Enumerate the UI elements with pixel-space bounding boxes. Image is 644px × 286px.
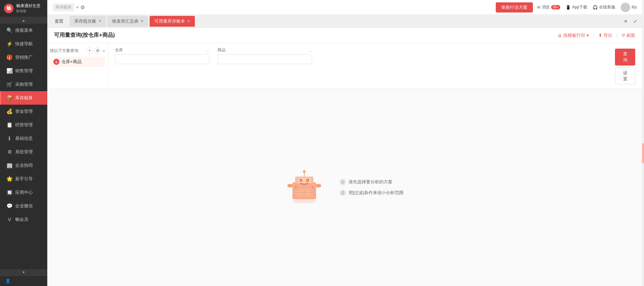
sidebar-label-member: 畅会员 <box>15 216 28 223</box>
sidebar-item-purchase[interactable]: 🛒采购管理 <box>0 78 47 91</box>
logo-sub: 标准版 <box>16 9 41 14</box>
message-icon: ✉ <box>537 5 540 10</box>
tab-summary-label: 收发存汇总表 <box>112 18 138 24</box>
divider1: | <box>593 33 594 38</box>
filter-area: 按以下方案查询 + ⚙ « ⊕ 仓库+商品 仓库 ... <box>47 43 642 89</box>
topbar-right: ✉ 消息 99+ 📱 App下载 🎧 在线客服 Rit <box>537 3 637 12</box>
trial-btn[interactable]: 体验行业方案 <box>496 2 533 12</box>
main-content: 库存核算 ▾ ⚙ 体验行业方案 ✉ 消息 99+ 📱 App下载 🎧 在线客服 … <box>47 0 642 286</box>
tab-batch-close-icon[interactable]: ✕ <box>98 19 101 23</box>
sidebar-item-quick-nav[interactable]: ⚡快捷导航 <box>0 37 47 51</box>
headphone-icon: 🎧 <box>593 5 598 10</box>
filter-warehouse-more-btn[interactable]: ... <box>206 48 209 53</box>
username-label: Rit <box>632 5 637 10</box>
sidebar-item-newuser[interactable]: 🌟新手引导 <box>0 172 47 186</box>
sidebar-item-appcenter[interactable]: 🔲应用中心 <box>0 186 47 199</box>
message-badge: 99+ <box>551 5 560 9</box>
sidebar-item-system[interactable]: ⚙系统管理 <box>0 145 47 159</box>
empty-tips: 1 请先选择要分析的方案 2 用[过滤]条件来缩小分析范围 <box>340 179 404 196</box>
user-profile-btn[interactable]: Rit <box>621 3 637 12</box>
sidebar-label-purchase: 采购管理 <box>15 81 33 87</box>
online-service-btn[interactable]: 🎧 在线客服 <box>593 4 615 10</box>
sidebar-logo: 畅 畅康通好生意 标准版 <box>0 0 47 17</box>
sidebar-scroll-up[interactable]: ▲ <box>0 17 47 24</box>
sidebar-item-basic[interactable]: ℹ基础信息 <box>0 132 47 145</box>
breadcrumb-chevron-icon[interactable]: ▾ <box>76 5 78 10</box>
svg-rect-9 <box>316 184 321 187</box>
right-scrollbar[interactable] <box>642 0 644 286</box>
empty-state: 1 请先选择要分析的方案 2 用[过滤]条件来缩小分析范围 <box>47 89 642 286</box>
filter-product-input[interactable] <box>217 54 312 64</box>
gear-icon[interactable]: ⚙ <box>80 4 85 10</box>
sidebar: 畅 畅康通好生意 标准版 ▲ 🔍搜索菜单⚡快捷导航🎁营销推广📊销售管理🛒采购管理… <box>0 0 47 286</box>
sidebar-bottom[interactable]: 👤 <box>0 276 47 286</box>
filter-settings-icon[interactable]: ⚙ <box>94 47 101 54</box>
sidebar-item-operation[interactable]: 📋经营管理 <box>0 118 47 132</box>
filter-collapse-icon[interactable]: « <box>102 48 105 53</box>
filter-scheme-item-label: 仓库+商品 <box>61 59 82 65</box>
sidebar-icon-wechat: 💬 <box>6 203 12 209</box>
message-btn[interactable]: ✉ 消息 99+ <box>537 4 560 10</box>
svg-point-7 <box>307 180 308 181</box>
svg-point-13 <box>312 186 314 188</box>
print-chevron-icon: ▾ <box>587 33 589 38</box>
filter-add-btn[interactable]: + <box>86 47 93 54</box>
sidebar-icon-enterprise: 🏢 <box>6 162 12 168</box>
sidebar-scroll-down[interactable]: ▼ <box>0 269 47 276</box>
logo-icon: 畅 <box>4 4 14 13</box>
filter-actions: 查询 设置 <box>615 47 635 84</box>
filter-sidebar: 按以下方案查询 + ⚙ « ⊕ 仓库+商品 <box>47 43 108 88</box>
sidebar-item-wechat[interactable]: 💬企业微信 <box>0 199 47 213</box>
query-btn[interactable]: 查询 <box>615 49 635 66</box>
topbar: 库存核算 ▾ ⚙ 体验行业方案 ✉ 消息 99+ 📱 App下载 🎧 在线客服 … <box>47 0 642 15</box>
filter-scheme-warehouse[interactable]: ⊕ 仓库+商品 <box>50 57 105 67</box>
sidebar-item-member[interactable]: V畅会员 <box>0 213 47 226</box>
filter-warehouse-label-row: 仓库 ... <box>115 47 209 53</box>
tab-summary[interactable]: 收发存汇总表 ✕ <box>107 16 148 27</box>
export-btn[interactable]: ⬆ 导出 <box>598 32 612 38</box>
refresh-btn[interactable]: ↺ 刷新 <box>621 32 635 38</box>
filter-scheme-title: 按以下方案查询 <box>50 48 78 54</box>
breadcrumb-text: 库存核算 <box>53 3 74 11</box>
tab-available[interactable]: 可用量库存账本 ✕ <box>150 16 195 27</box>
topbar-breadcrumb-area: 库存核算 ▾ ⚙ <box>53 3 492 11</box>
export-icon: ⬆ <box>598 33 602 38</box>
sidebar-label-quick-nav: 快捷导航 <box>15 41 33 47</box>
sidebar-label-wechat: 企业微信 <box>15 203 33 209</box>
tab-available-close-icon[interactable]: ✕ <box>187 19 190 23</box>
filter-scheme-item-icon: ⊕ <box>53 59 59 65</box>
print-btn[interactable]: 🖨 按模板打印 ▾ <box>558 32 589 38</box>
expand-window-btn[interactable]: ⤢ <box>631 17 639 25</box>
sidebar-items: 🔍搜索菜单⚡快捷导航🎁营销推广📊销售管理🛒采购管理📦库存核算💰资金管理📋经营管理… <box>0 24 47 269</box>
sidebar-item-search[interactable]: 🔍搜索菜单 <box>0 24 47 37</box>
filter-sidebar-header: 按以下方案查询 + ⚙ « <box>50 47 105 54</box>
filter-product-field: 商品 ... <box>217 47 312 64</box>
filter-product-more-btn[interactable]: ... <box>309 48 312 53</box>
sidebar-item-marketing[interactable]: 🎁营销推广 <box>0 51 47 64</box>
sidebar-item-enterprise[interactable]: 🏢企业协同 <box>0 159 47 172</box>
filter-warehouse-input[interactable] <box>115 54 209 64</box>
sidebar-item-finance[interactable]: 💰资金管理 <box>0 105 47 118</box>
sidebar-label-finance: 资金管理 <box>15 108 33 114</box>
app-download-btn[interactable]: 📱 App下载 <box>566 4 587 10</box>
tab-home[interactable]: 首页 <box>50 16 68 27</box>
empty-tip-2-text: 用[过滤]条件来缩小分析范围 <box>349 190 404 196</box>
print-label: 按模板打印 <box>563 32 585 38</box>
sidebar-label-sales: 销售管理 <box>15 68 33 74</box>
tabs-window-controls: ✕ ⤢ <box>622 17 639 25</box>
step-num-2: 2 <box>340 190 346 196</box>
sidebar-item-sales[interactable]: 📊销售管理 <box>0 64 47 78</box>
right-scrollbar-thumb[interactable] <box>642 143 644 163</box>
close-window-btn[interactable]: ✕ <box>622 17 630 25</box>
sidebar-label-search: 搜索菜单 <box>15 27 33 33</box>
svg-point-12 <box>295 186 297 188</box>
filter-sidebar-actions: + ⚙ « <box>86 47 105 54</box>
settings-btn[interactable]: 设置 <box>615 68 635 84</box>
tab-batch[interactable]: 库存批次账 ✕ <box>70 16 106 27</box>
tab-home-label: 首页 <box>55 18 63 24</box>
tab-summary-close-icon[interactable]: ✕ <box>140 19 144 23</box>
sidebar-item-inventory[interactable]: 📦库存核算 <box>0 91 47 105</box>
sidebar-icon-operation: 📋 <box>6 122 12 128</box>
tab-batch-label: 库存批次账 <box>74 18 96 24</box>
step-num-1: 1 <box>340 179 346 185</box>
